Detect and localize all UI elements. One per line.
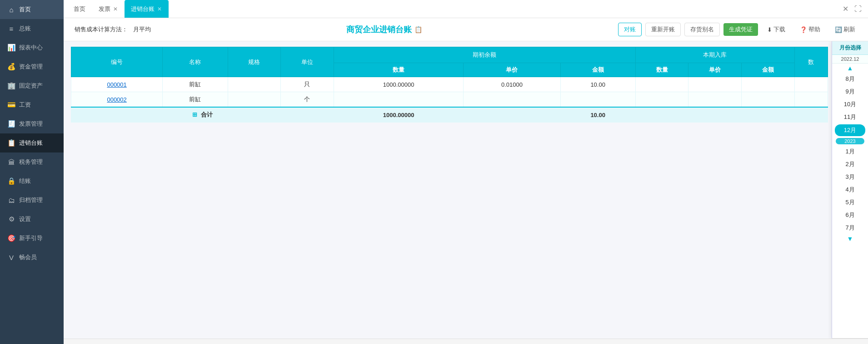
reopen-button[interactable]: 重新开账 bbox=[645, 23, 681, 36]
cell-inbound-qty-1 bbox=[635, 77, 688, 92]
month-item-2023-6[interactable]: 6月 bbox=[832, 209, 868, 221]
col-inbound-amount: 金额 bbox=[741, 63, 794, 77]
col-opening-price: 单价 bbox=[464, 63, 560, 77]
table-wrapper: 编号 名称 规格 单位 期初余额 本期入库 数 数量 单价 金额 数 bbox=[64, 41, 868, 339]
cell-inbound-amount-2 bbox=[741, 92, 794, 108]
refresh-icon: 🔄 bbox=[835, 26, 842, 33]
sidebar-item-tax[interactable]: 🏛 税务管理 bbox=[0, 152, 64, 172]
month-scroll-down[interactable]: ▼ bbox=[832, 234, 868, 243]
page-title: 商贸企业进销台账 📋 bbox=[151, 24, 618, 35]
total-inbound-qty bbox=[635, 107, 688, 123]
col-opening-amount: 金额 bbox=[560, 63, 635, 77]
month-item-11[interactable]: 11月 bbox=[832, 111, 868, 123]
total-label-cell: ⊞ 合计 bbox=[71, 107, 334, 123]
sidebar-item-closing[interactable]: 🔒 结账 bbox=[0, 172, 64, 191]
month-item-2023-1[interactable]: 1月 bbox=[832, 145, 868, 158]
sidebar-label-salary: 工资 bbox=[19, 101, 31, 109]
sidebar-item-vip[interactable]: V 畅会员 bbox=[0, 248, 64, 267]
title-info-icon[interactable]: 📋 bbox=[414, 26, 422, 33]
col-name: 名称 bbox=[163, 47, 228, 77]
cell-opening-amount-1: 10.00 bbox=[560, 77, 635, 92]
month-item-2023-7[interactable]: 7月 bbox=[832, 221, 868, 234]
col-spec: 规格 bbox=[228, 47, 281, 77]
assets-icon: 🏢 bbox=[7, 82, 15, 90]
purchase-sales-icon: 📋 bbox=[7, 139, 15, 147]
col-extra: 数 bbox=[794, 47, 828, 77]
tab-purchase-sales-label: 进销台账 bbox=[131, 5, 155, 13]
sidebar: ⌂ 首页 ≡ 总账 📊 报表中心 💰 资金管理 🏢 固定资产 💳 工资 🧾 发票… bbox=[0, 0, 64, 344]
cell-inbound-price-2 bbox=[688, 92, 742, 108]
total-inbound-amount bbox=[741, 107, 794, 123]
sidebar-item-assets[interactable]: 🏢 固定资产 bbox=[0, 76, 64, 95]
cell-spec-1 bbox=[228, 77, 281, 92]
sidebar-label-purchase-sales: 进销台账 bbox=[19, 139, 43, 147]
sidebar-item-guide[interactable]: 🎯 新手引导 bbox=[0, 229, 64, 248]
tab-purchase-sales-close[interactable]: ✕ bbox=[157, 6, 162, 12]
closing-icon: 🔒 bbox=[7, 177, 15, 185]
save-alias-button[interactable]: 存货别名 bbox=[684, 23, 720, 36]
col-inbound: 本期入库 bbox=[635, 47, 794, 63]
month-scroll-up[interactable]: ▲ bbox=[832, 64, 868, 73]
cell-code-2: 000002 bbox=[71, 92, 163, 108]
cell-inbound-price-1 bbox=[688, 77, 742, 92]
sidebar-label-report: 报表中心 bbox=[19, 44, 43, 52]
month-item-9[interactable]: 9月 bbox=[832, 85, 868, 98]
sidebar-item-settings[interactable]: ⚙ 设置 bbox=[0, 210, 64, 229]
total-opening-amount: 10.00 bbox=[560, 107, 635, 123]
window-close-button[interactable]: ✕ bbox=[841, 5, 850, 14]
refresh-label: 刷新 bbox=[843, 25, 855, 34]
month-item-2023-2[interactable]: 2月 bbox=[832, 158, 868, 171]
window-maximize-button[interactable]: ⛶ bbox=[853, 5, 863, 14]
month-item-2023-5[interactable]: 5月 bbox=[832, 196, 868, 209]
tab-home[interactable]: 首页 bbox=[67, 0, 92, 18]
month-panel: 月份选择 2022.12 ▲ 8月 9月 10月 11月 12月 2023 1月… bbox=[832, 41, 868, 339]
sidebar-item-archive[interactable]: 🗂 归档管理 bbox=[0, 191, 64, 210]
cost-method-label: 销售成本计算方法： bbox=[75, 26, 128, 33]
sidebar-item-home[interactable]: ⌂ 首页 bbox=[0, 0, 64, 19]
home-icon: ⌂ bbox=[7, 6, 15, 14]
sidebar-item-invoice-mgmt[interactable]: 🧾 发票管理 bbox=[0, 114, 64, 133]
tab-home-label: 首页 bbox=[74, 5, 85, 13]
settings-icon: ⚙ bbox=[7, 215, 15, 223]
tab-invoice-label: 发票 bbox=[99, 5, 110, 13]
sidebar-item-finance[interactable]: 💰 资金管理 bbox=[0, 57, 64, 76]
year-2022-label: 2022.12 bbox=[832, 55, 868, 64]
refresh-button[interactable]: 🔄 刷新 bbox=[829, 23, 861, 36]
tax-icon: 🏛 bbox=[7, 158, 15, 166]
total-inbound-price bbox=[688, 107, 742, 123]
table-row: 000002 前缸 个 bbox=[71, 92, 828, 108]
total-icon: ⊞ bbox=[192, 111, 197, 118]
month-item-8[interactable]: 8月 bbox=[832, 73, 868, 85]
sidebar-item-purchase-sales[interactable]: 📋 进销台账 bbox=[0, 133, 64, 152]
download-label: 下载 bbox=[773, 25, 785, 34]
tab-invoice[interactable]: 发票 ✕ bbox=[92, 0, 125, 18]
table-header-top: 编号 名称 规格 单位 期初余额 本期入库 数 bbox=[71, 47, 828, 63]
finance-icon: 💰 bbox=[7, 63, 15, 71]
sidebar-item-report[interactable]: 📊 报表中心 bbox=[0, 38, 64, 57]
tab-invoice-close[interactable]: ✕ bbox=[113, 6, 118, 12]
month-item-2023-3[interactable]: 3月 bbox=[832, 171, 868, 183]
window-controls: ✕ ⛶ bbox=[841, 5, 864, 14]
month-item-2023-4[interactable]: 4月 bbox=[832, 183, 868, 196]
cell-inbound-qty-2 bbox=[635, 92, 688, 108]
download-button[interactable]: ⬇ 下载 bbox=[762, 23, 791, 36]
sidebar-item-salary[interactable]: 💳 工资 bbox=[0, 95, 64, 114]
horizontal-scrollbar[interactable] bbox=[64, 339, 868, 344]
sidebar-label-settings: 设置 bbox=[19, 215, 31, 223]
total-extra bbox=[794, 107, 828, 123]
table-row: 000001 前缸 只 1000.00000 0.01000 10.00 bbox=[71, 77, 828, 92]
total-opening-price-empty bbox=[464, 107, 560, 123]
month-item-12[interactable]: 12月 bbox=[835, 124, 865, 136]
tab-purchase-sales[interactable]: 进销台账 ✕ bbox=[125, 0, 169, 18]
sidebar-label-guide: 新手引导 bbox=[19, 234, 43, 242]
download-icon: ⬇ bbox=[767, 26, 772, 33]
help-button[interactable]: ❓ 帮助 bbox=[794, 23, 826, 36]
invoice-mgmt-icon: 🧾 bbox=[7, 120, 15, 128]
generate-voucher-button[interactable]: 生成凭证 bbox=[723, 23, 758, 36]
col-code: 编号 bbox=[71, 47, 163, 77]
cell-code-1: 000001 bbox=[71, 77, 163, 92]
reconcile-button[interactable]: 对账 bbox=[618, 23, 642, 36]
month-item-10[interactable]: 10月 bbox=[832, 98, 868, 111]
cell-extra-1 bbox=[794, 77, 828, 92]
sidebar-item-ledger[interactable]: ≡ 总账 bbox=[0, 19, 64, 38]
